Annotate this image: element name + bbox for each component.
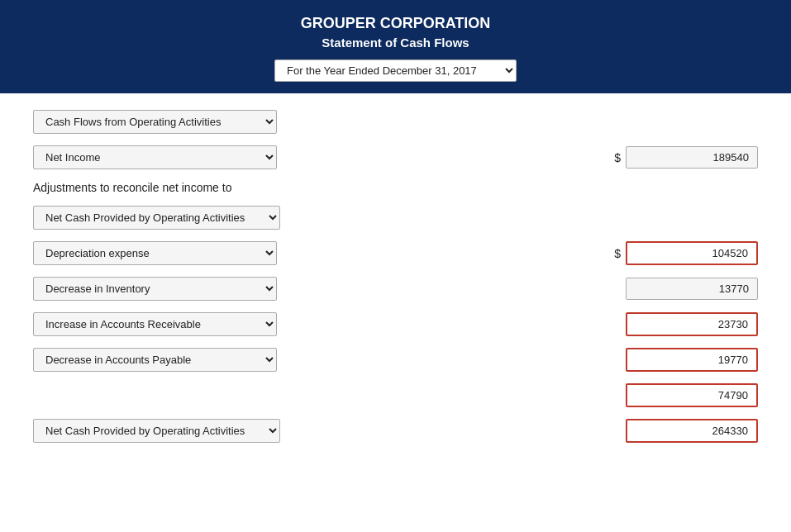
section-header-row: Cash Flows from Operating Activities [33,110,758,134]
inventory-row: Decrease in Inventory [33,277,758,301]
cash-provided-row: Net Cash Provided by Operating Activitie… [33,206,758,230]
net-income-input[interactable] [626,146,758,169]
ar-select[interactable]: Increase in Accounts Receivable [33,312,277,336]
depreciation-input[interactable] [626,241,758,265]
cash-provided-operating-select[interactable]: Net Cash Provided by Operating Activitie… [33,206,280,230]
header: GROUPER CORPORATION Statement of Cash Fl… [0,0,791,93]
net-income-dollar: $ [609,151,626,164]
subtotal-row [33,383,758,407]
cash-flows-operating-select[interactable]: Cash Flows from Operating Activities [33,110,277,134]
depreciation-select[interactable]: Depreciation expense [33,241,277,265]
period-dropdown-wrap[interactable]: For the Year Ended December 31, 2017 [274,59,517,82]
net-income-row: Net Income $ [33,145,758,169]
depreciation-dollar: $ [609,247,626,260]
company-name: GROUPER CORPORATION [17,15,774,32]
content-area: Cash Flows from Operating Activities Net… [0,93,791,479]
statement-title: Statement of Cash Flows [17,36,774,50]
ar-input[interactable] [626,312,758,336]
inventory-input[interactable] [626,278,758,300]
net-cash-total-input[interactable] [626,419,758,443]
adjustments-label: Adjustments to reconcile net income to [33,181,758,194]
ap-row: Decrease in Accounts Payable [33,348,758,372]
period-select[interactable]: For the Year Ended December 31, 2017 [274,59,517,82]
ap-input[interactable] [626,348,758,372]
ap-select[interactable]: Decrease in Accounts Payable [33,348,277,372]
net-cash-total-row: Net Cash Provided by Operating Activitie… [33,419,758,443]
net-income-select[interactable]: Net Income [33,145,277,169]
inventory-select[interactable]: Decrease in Inventory [33,277,277,301]
net-cash-total-select[interactable]: Net Cash Provided by Operating Activitie… [33,419,280,443]
depreciation-row: Depreciation expense $ [33,241,758,265]
subtotal-input[interactable] [626,383,758,407]
ar-row: Increase in Accounts Receivable [33,312,758,336]
